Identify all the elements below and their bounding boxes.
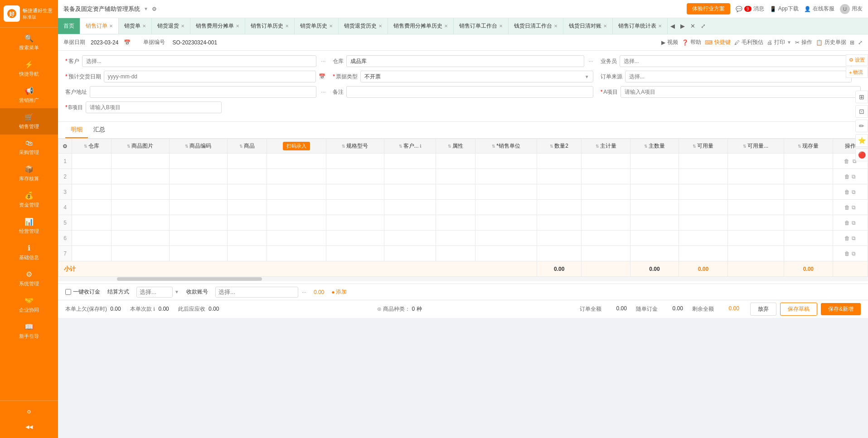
address-input[interactable]: [90, 86, 316, 98]
cell-spec[interactable]: [326, 154, 384, 169]
sidebar-item-inventory[interactable]: 📦 库存核算: [0, 160, 58, 187]
cell-main-qty[interactable]: [630, 215, 679, 231]
delete-icon[interactable]: 🗑: [844, 204, 850, 211]
tab-daily-workbench[interactable]: 钱货日清工作台 ✕: [509, 18, 563, 34]
cell-unit[interactable]: [475, 231, 537, 246]
tab-sales-expense[interactable]: 销售费用分摊单 ✕: [190, 18, 245, 34]
copy-icon[interactable]: ⧉: [852, 220, 856, 226]
cell-main-qty[interactable]: [630, 184, 679, 200]
add-button[interactable]: ● 添加: [331, 288, 346, 296]
app-download-btn[interactable]: 📱 App下载: [770, 5, 799, 13]
copy-icon[interactable]: ⧉: [852, 173, 856, 180]
scroll-thumb[interactable]: [117, 277, 262, 281]
cell-available1[interactable]: [679, 184, 727, 200]
cell-product[interactable]: [227, 154, 267, 169]
cell-warehouse[interactable]: [72, 231, 112, 246]
delete-icon[interactable]: 🗑: [844, 235, 850, 241]
sidebar-item-collapse[interactable]: ◀◀: [0, 419, 58, 434]
cell-unit[interactable]: [475, 215, 537, 231]
cell-spec[interactable]: [326, 169, 384, 184]
cell-image[interactable]: [111, 231, 169, 246]
print-btn[interactable]: 🖨 打印 ▼: [767, 39, 791, 46]
account-more-icon[interactable]: ···: [302, 289, 306, 295]
tab-expense-history[interactable]: 销售费用分摊单历史 ✕: [388, 18, 454, 34]
cell-unit[interactable]: [475, 154, 537, 169]
rp-btn-4[interactable]: ⭐: [855, 134, 868, 147]
one-click-checkbox[interactable]: [65, 289, 71, 295]
tab-prev-btn[interactable]: ◀: [668, 18, 678, 34]
a-project-input[interactable]: [621, 86, 861, 98]
debt-info-icon[interactable]: ℹ: [153, 306, 155, 312]
copy-icon[interactable]: ⧉: [852, 204, 856, 211]
cell-unit[interactable]: [475, 184, 537, 200]
account-input[interactable]: [215, 287, 298, 298]
message-btn[interactable]: 💬 9 消息: [736, 5, 764, 13]
sidebar-item-system[interactable]: ⚙ 系统管理: [0, 265, 58, 292]
cell-code[interactable]: [169, 215, 227, 231]
rp-btn-5[interactable]: 🔴: [855, 149, 868, 161]
customer-input[interactable]: [82, 55, 317, 67]
cell-stock[interactable]: [784, 184, 833, 200]
delete-icon[interactable]: 🗑: [844, 250, 850, 257]
cell-code[interactable]: [169, 154, 227, 169]
cell-product[interactable]: [227, 231, 267, 246]
tab-order-history[interactable]: 销售订单历史 ✕: [245, 18, 295, 34]
cell-qty2[interactable]: [537, 184, 582, 200]
cell-scan[interactable]: [267, 231, 326, 246]
sidebar-item-search[interactable]: 🔍 搜索菜单: [0, 29, 58, 56]
copy-icon[interactable]: ⧉: [852, 250, 856, 257]
customer-more-icon[interactable]: ···: [321, 58, 325, 64]
cell-code[interactable]: [169, 231, 227, 246]
sidebar-item-quicknav[interactable]: ⚡ 快捷导航: [0, 56, 58, 82]
sidebar-item-operations[interactable]: 📊 经营管理: [0, 213, 58, 239]
cell-available1[interactable]: [679, 246, 727, 261]
sidebar-item-purchase[interactable]: 🛍 采购管理: [0, 135, 58, 160]
cell-product[interactable]: [227, 169, 267, 184]
one-click-label[interactable]: 一键收订金: [65, 288, 100, 296]
cell-attr[interactable]: [436, 246, 475, 261]
cell-customer-code[interactable]: [384, 215, 436, 231]
sidebar-item-basics[interactable]: ℹ 基础信息: [0, 239, 58, 265]
scan-button[interactable]: 扫码录入: [283, 142, 310, 150]
tab-sales-return[interactable]: 销货退货 ✕: [152, 18, 190, 34]
delete-icon[interactable]: 🗑: [844, 220, 850, 226]
profit-btn[interactable]: 🖊 毛利预估: [734, 39, 763, 46]
cell-code[interactable]: [169, 184, 227, 200]
tab-next-btn[interactable]: ▶: [678, 18, 688, 34]
cell-warehouse[interactable]: [72, 200, 112, 215]
cell-scan[interactable]: [267, 169, 326, 184]
cell-spec[interactable]: [326, 231, 384, 246]
cell-stock[interactable]: [784, 200, 833, 215]
cell-warehouse[interactable]: [72, 184, 112, 200]
copy-icon[interactable]: ⧉: [852, 189, 856, 195]
cell-customer-code[interactable]: [384, 231, 436, 246]
cell-available2[interactable]: [727, 184, 784, 200]
cell-main-qty[interactable]: [630, 246, 679, 261]
rp-btn-3[interactable]: ✏: [855, 120, 868, 132]
cell-customer-code[interactable]: [384, 169, 436, 184]
tab-close-icon[interactable]: ✕: [285, 24, 289, 29]
cell-spec[interactable]: [326, 200, 384, 215]
fullscreen-btn[interactable]: ⤢: [858, 39, 863, 46]
cell-qty2[interactable]: [537, 215, 582, 231]
cell-qty2[interactable]: [537, 200, 582, 215]
tab-close-icon[interactable]: ✕: [554, 24, 558, 29]
cell-image[interactable]: [111, 246, 169, 261]
cell-qty2[interactable]: [537, 169, 582, 184]
help-btn[interactable]: ❓ 帮助: [682, 39, 701, 46]
cell-scan[interactable]: [267, 154, 326, 169]
warehouse-more-icon[interactable]: ···: [589, 58, 593, 64]
cell-qty2[interactable]: [537, 154, 582, 169]
cell-code[interactable]: [169, 169, 227, 184]
sidebar-item-collab[interactable]: 🤝 企业协同: [0, 292, 58, 318]
save-new-button[interactable]: 保存&新增: [821, 303, 861, 315]
cell-spec[interactable]: [326, 215, 384, 231]
tab-close-icon[interactable]: ✕: [142, 24, 146, 29]
solution-button[interactable]: 体验行业方案: [687, 3, 730, 14]
history-btn[interactable]: 📋 历史单据: [816, 39, 846, 46]
cell-warehouse[interactable]: [72, 169, 112, 184]
cell-scan[interactable]: [267, 200, 326, 215]
cell-available1[interactable]: [679, 200, 727, 215]
payment-method-input[interactable]: [136, 287, 173, 298]
discard-button[interactable]: 放弃: [750, 303, 776, 316]
